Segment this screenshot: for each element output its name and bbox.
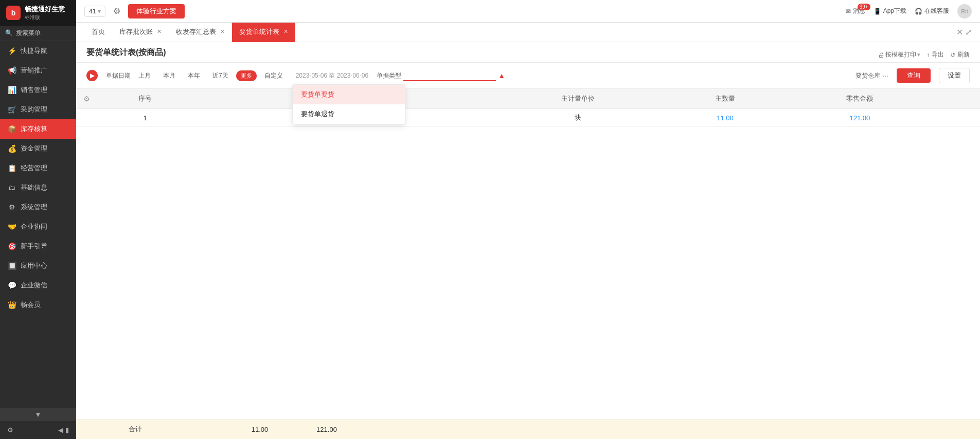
date-btn-7days[interactable]: 近7天 (208, 70, 233, 82)
sidebar-item-wechat[interactable]: 💬 企业微信 (0, 276, 76, 295)
cell-unit: 块 (491, 109, 664, 127)
inventory-icon: 📦 (7, 124, 16, 134)
search-menu[interactable]: 🔍 搜索菜单 (0, 26, 76, 41)
tab-order-stats[interactable]: 要货单统计表 ✕ (232, 23, 295, 42)
message-icon: ✉ (846, 8, 851, 15)
cell-index: 1 (97, 109, 193, 127)
sidebar-item-label: 营销推广 (21, 66, 47, 75)
sidebar-item-member[interactable]: 👑 畅会员 (0, 295, 76, 315)
logo-sub: 标准版 (25, 14, 65, 21)
type-filter-group: 单据类型 ▲ (377, 70, 505, 81)
col-unit: 主计量单位 (491, 89, 664, 109)
print-icon: 🖨 (878, 51, 884, 59)
sidebar-item-label: 系统管理 (21, 203, 47, 212)
refresh-btn-label: 刷新 (957, 50, 970, 59)
tab-receive-summary-close[interactable]: ✕ (220, 28, 225, 35)
footer-label: 合计 (82, 425, 226, 434)
sidebar-item-label: 资金管理 (21, 144, 47, 153)
page-actions: 🖨 按模板打印 ▾ ↑ 导出 ↺ 刷新 (878, 50, 970, 59)
tab-home-label: 首页 (92, 27, 105, 36)
sidebar-settings-icon[interactable]: ⚙ (7, 426, 13, 434)
sidebar-item-system[interactable]: ⚙ 系统管理 (0, 197, 76, 217)
close-all-tabs[interactable]: ✕ (956, 27, 963, 37)
messages-button[interactable]: ✉ 消息 99+ (846, 7, 865, 15)
sidebar-item-operations[interactable]: 📋 经营管理 (0, 158, 76, 178)
query-button[interactable]: 查询 (897, 68, 931, 83)
filter-expand-button[interactable]: ▶ (86, 70, 98, 81)
sidebar-item-basic-info[interactable]: 🗂 基础信息 (0, 178, 76, 197)
sidebar-item-app-center[interactable]: 🔲 应用中心 (0, 256, 76, 276)
sidebar-item-label: 企业协同 (21, 222, 47, 231)
sidebar-item-sales[interactable]: 📊 销售管理 (0, 80, 76, 100)
col-settings-icon[interactable]: ⚙ (83, 95, 90, 103)
date-btn-custom[interactable]: 自定义 (260, 70, 288, 82)
wechat-icon: 💬 (7, 281, 16, 290)
date-filter-label: 单据日期 (106, 71, 131, 80)
gear-icon: ⚙ (113, 6, 120, 16)
sidebar-item-quick-nav[interactable]: ⚡ 快捷导航 (0, 41, 76, 61)
system-icon: ⚙ (7, 203, 16, 212)
date-btn-last-month[interactable]: 上月 (134, 70, 155, 82)
online-service-button[interactable]: 🎧 在线客服 (915, 7, 949, 15)
dropdown-item-order[interactable]: 要货单要货 (293, 85, 405, 104)
col-extra (934, 89, 980, 109)
store-selector[interactable]: 41 ▾ (84, 6, 105, 17)
logo-title: 畅捷通好生意 (25, 5, 65, 14)
page-tabs: 首页 库存批次账 ✕ 收发存汇总表 ✕ 要货单统计表 ✕ ✕ ⤢ (76, 23, 980, 42)
date-btn-this-month[interactable]: 本月 (158, 70, 180, 82)
print-chevron-icon: ▾ (917, 51, 920, 58)
sidebar-item-label: 经营管理 (21, 163, 47, 173)
sidebar-item-inventory[interactable]: 📦 库存核算 (0, 119, 76, 139)
messages-badge: 99+ (858, 4, 870, 10)
date-btn-this-year[interactable]: 本年 (183, 70, 205, 82)
sidebar-item-finance[interactable]: 💰 资金管理 (0, 139, 76, 158)
member-icon: 👑 (7, 300, 16, 309)
sidebar-scroll-down[interactable]: ▼ (0, 408, 76, 420)
date-btn-more[interactable]: 更多 (236, 70, 257, 81)
basic-info-icon: 🗂 (7, 183, 16, 192)
tab-receive-summary[interactable]: 收发存汇总表 ✕ (169, 23, 232, 42)
type-dropdown-chevron[interactable]: ▲ (498, 71, 505, 80)
tab-batch-inventory[interactable]: 库存批次账 ✕ (112, 23, 169, 42)
type-filter-input[interactable] (403, 70, 496, 81)
print-template-button[interactable]: 🖨 按模板打印 ▾ (878, 50, 920, 59)
cell-extra (934, 109, 980, 127)
export-button[interactable]: ↑ 导出 (926, 50, 944, 59)
search-menu-label: 搜索菜单 (16, 29, 41, 38)
dropdown-item-return[interactable]: 要货单退货 (293, 104, 405, 124)
operations-icon: 📋 (7, 163, 16, 173)
tab-order-stats-close[interactable]: ✕ (283, 28, 288, 35)
settings-action-button[interactable]: 设置 (939, 68, 970, 83)
trial-button[interactable]: 体验行业方案 (128, 4, 185, 19)
topbar-gear-button[interactable]: ⚙ (110, 4, 124, 19)
sidebar-collapse-icon[interactable]: ◀ ▮ (58, 426, 69, 434)
sidebar-item-label: 畅会员 (21, 300, 41, 309)
cell-settings (76, 109, 97, 127)
sidebar-item-label: 应用中心 (21, 261, 47, 270)
export-icon: ↑ (926, 51, 930, 59)
sidebar-item-label: 采购管理 (21, 105, 47, 114)
tabs-expand[interactable]: ⤢ (965, 27, 972, 37)
print-btn-label: 按模板打印 (885, 50, 916, 59)
refresh-button[interactable]: ↺ 刷新 (950, 50, 970, 59)
app-center-icon: 🔲 (7, 261, 16, 270)
guide-icon: 🎯 (7, 242, 16, 251)
sidebar-item-enterprise[interactable]: 🤝 企业协同 (0, 217, 76, 236)
sidebar-item-label: 基础信息 (21, 183, 47, 192)
tab-home[interactable]: 首页 (84, 23, 112, 42)
topbar: 41 ▾ ⚙ 体验行业方案 ✉ 消息 99+ 📱 App下载 🎧 在线客服 (76, 0, 980, 23)
tab-batch-inventory-close[interactable]: ✕ (157, 28, 162, 35)
logo-icon: b (6, 6, 21, 20)
type-filter-label: 单据类型 (377, 71, 401, 80)
tab-batch-inventory-label: 库存批次账 (119, 27, 153, 36)
sidebar-item-guide[interactable]: 🎯 新手引导 (0, 236, 76, 256)
app-download-button[interactable]: 📱 App下载 (874, 7, 906, 15)
col-index: 序号 (97, 89, 193, 109)
sidebar-item-marketing[interactable]: 📢 营销推广 (0, 61, 76, 80)
sidebar-item-purchase[interactable]: 🛒 采购管理 (0, 100, 76, 119)
user-menu[interactable]: Rit (957, 4, 972, 19)
warehouse-more-button[interactable]: ··· (882, 71, 888, 80)
col-settings[interactable]: ⚙ (76, 89, 97, 109)
table-body: 1 块 11.00 121.00 (76, 109, 980, 127)
sidebar-bottom: ⚙ ◀ ▮ (0, 420, 76, 439)
